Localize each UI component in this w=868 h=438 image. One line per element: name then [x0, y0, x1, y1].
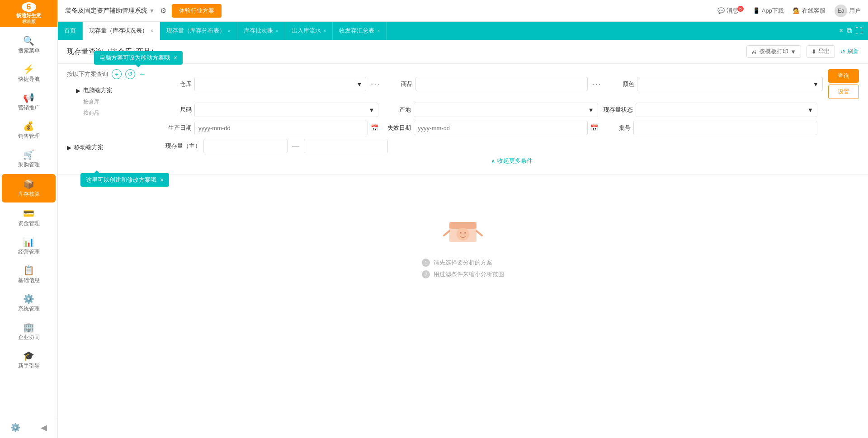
filter-field-size: 尺码 ▼ — [165, 103, 378, 117]
sidebar-item-sales[interactable]: 💰 销售管理 — [0, 116, 57, 145]
sidebar-item-marketing[interactable]: 📢 营销推广 — [0, 88, 57, 116]
refresh-button[interactable]: ↺ 刷新 — [840, 47, 859, 56]
back-button[interactable]: ← — [139, 70, 146, 78]
search-button[interactable]: 查询 — [828, 69, 859, 83]
filter-row-2: 尺码 ▼ 产地 ▼ — [165, 103, 859, 117]
product-select[interactable] — [415, 77, 587, 91]
scheme-mobile-label: 移动端方案 — [74, 143, 104, 151]
empty-state: 1 请先选择要分析的方案 2 用过滤条件来缩小分析范围 — [422, 206, 504, 278]
tooltip-create-scheme-close[interactable]: × — [160, 176, 164, 184]
sidebar-item-search-menu[interactable]: 🔍 搜索菜单 — [0, 31, 57, 59]
user-group[interactable]: Ea 用户 — [835, 5, 861, 17]
message-icon-group[interactable]: 💬 消息 6 — [717, 7, 744, 15]
warehouse-select[interactable]: ▼ — [194, 77, 366, 91]
scheme-item-desktop[interactable]: ▶ 电脑端方案 — [76, 85, 157, 96]
batch-no-input[interactable] — [633, 121, 817, 135]
print-dropdown-icon: ▼ — [790, 48, 796, 55]
product-dots[interactable]: ··· — [592, 80, 602, 89]
sidebar-item-guide[interactable]: 🎓 新手引导 — [0, 346, 57, 374]
print-icon: 🖨 — [751, 48, 757, 55]
tab-home[interactable]: 首页 — [58, 22, 83, 40]
sidebar-item-basic-info[interactable]: 📋 基础信息 — [0, 260, 57, 289]
tab-inventory-distribution[interactable]: 现存量（库存分布表） × — [160, 22, 237, 40]
warehouse-dots[interactable]: ··· — [371, 80, 380, 89]
origin-select[interactable]: ▼ — [414, 103, 598, 117]
tab-collect-send-close[interactable]: × — [377, 28, 380, 33]
app-download-icon: 📱 — [753, 7, 760, 14]
warehouse-dropdown-icon: ▼ — [356, 81, 362, 88]
purchase-icon: 🛒 — [23, 149, 34, 160]
tab-batch-ledger-close[interactable]: × — [276, 28, 278, 33]
tooltip-create-scheme-text: 这里可以创建和修改方案哦 — [86, 176, 156, 184]
add-scheme-button[interactable]: + — [112, 69, 122, 79]
collapse-sidebar-icon[interactable]: ◀ — [41, 423, 47, 433]
sidebar-item-enterprise[interactable]: 🏢 企业协同 — [0, 317, 57, 346]
product-label: 商品 — [386, 80, 413, 88]
tab-collect-send[interactable]: 收发存汇总表 × — [333, 22, 387, 40]
filter-header: 按以下方案查询 + ↺ ← — [67, 69, 157, 79]
settings-bottom-icon[interactable]: ⚙️ — [10, 423, 20, 433]
page-content: 现存量查询（按仓库+商品） 🖨 按模板打印 ▼ ⬇ 导出 ↺ 刷新 — [58, 40, 868, 438]
filter-section: 按以下方案查询 + ↺ ← 电脑方案可设为移动方案哦 × ▶ 电脑端方案 — [58, 64, 868, 174]
hint-num-1: 1 — [422, 259, 430, 267]
warehouse-label: 仓库 — [165, 80, 192, 88]
sidebar-item-finance[interactable]: 💳 资金管理 — [0, 203, 57, 232]
calendar-icon-production[interactable]: 📅 — [371, 124, 378, 132]
reset-button[interactable]: 设置 — [828, 85, 859, 99]
filter-field-stock-status: 现存量状态 ▼ — [604, 103, 817, 117]
refresh-scheme-button[interactable]: ↺ — [125, 69, 135, 79]
current-stock-to[interactable] — [304, 139, 388, 153]
size-select[interactable]: ▼ — [194, 103, 378, 117]
app-download-group[interactable]: 📱 App下载 — [753, 7, 784, 15]
sidebar-item-operations[interactable]: 📊 经营管理 — [0, 232, 57, 260]
tab-bar: 首页 现存量（库存状况表） × 现存量（库存分布表） × 库存批次账 × 出入库… — [58, 22, 868, 40]
scheme-item-mobile[interactable]: ▶ 移动端方案 — [67, 141, 157, 153]
production-date-input[interactable] — [194, 121, 368, 135]
tab-inventory-distribution-close[interactable]: × — [228, 28, 231, 33]
tab-maximize-icon[interactable]: ⛶ — [855, 27, 863, 35]
sidebar-item-purchase[interactable]: 🛒 采购管理 — [0, 145, 57, 173]
user-avatar: Ea — [835, 5, 847, 17]
empty-hints: 1 请先选择要分析的方案 2 用过滤条件来缩小分析范围 — [422, 259, 504, 278]
support-group[interactable]: 💁 在线客服 — [793, 7, 826, 15]
scheme-desktop-label: 电脑端方案 — [83, 86, 113, 94]
scheme-item-by-warehouse[interactable]: 按倉库 — [83, 96, 157, 108]
tab-inventory-status[interactable]: 现存量（库存状况表） × — [83, 22, 160, 40]
tooltip-scheme-mobile-close[interactable]: × — [174, 54, 177, 61]
tab-batch-ledger[interactable]: 库存批次账 × — [237, 22, 285, 40]
current-stock-from[interactable] — [203, 139, 288, 153]
quick-nav-icon: ⚡ — [23, 64, 34, 75]
empty-hint-1: 1 请先选择要分析的方案 — [422, 259, 504, 267]
tab-in-out-flow-close[interactable]: × — [324, 28, 326, 33]
print-template-button[interactable]: 🖨 按模板打印 ▼ — [746, 45, 801, 58]
tab-inventory-status-close[interactable]: × — [151, 28, 153, 33]
color-dropdown-icon: ▼ — [813, 81, 819, 88]
data-area: 1 请先选择要分析的方案 2 用过滤条件来缩小分析范围 — [58, 174, 868, 310]
export-button[interactable]: ⬇ 导出 — [807, 45, 835, 58]
header-settings-icon[interactable]: ⚙ — [160, 6, 166, 15]
operations-icon: 📊 — [23, 236, 34, 247]
svg-line-5 — [444, 231, 449, 235]
sidebar-item-inventory[interactable]: 📦 库存核算 — [2, 174, 56, 203]
tab-close-all-icon[interactable]: × — [839, 27, 843, 35]
logo-sub: 标准版 — [22, 19, 36, 25]
stock-status-select[interactable]: ▼ — [636, 103, 817, 117]
system-name-dropdown[interactable]: 装备及固定资产辅助管理系统 ▼ — [65, 7, 155, 15]
hint-text-2: 用过滤条件来缩小分析范围 — [434, 270, 504, 278]
tab-bar-actions: × ⧉ ⛶ — [839, 27, 868, 35]
expiry-date-input[interactable] — [414, 121, 587, 135]
sidebar-bottom: ⚙️ ◀ — [0, 417, 57, 438]
calendar-icon-expiry[interactable]: 📅 — [590, 124, 598, 132]
enterprise-icon: 🏢 — [23, 322, 34, 333]
trial-button[interactable]: 体验行业方案 — [172, 4, 222, 18]
color-select[interactable]: ▼ — [637, 77, 823, 91]
filter-field-product: 商品 ··· — [386, 77, 601, 91]
filter-field-batch-no: 批号 — [604, 121, 817, 135]
sidebar-item-system[interactable]: ⚙️ 系统管理 — [0, 289, 57, 317]
tab-in-out-flow[interactable]: 出入库流水 × — [285, 22, 333, 40]
system-name: 装备及固定资产辅助管理系统 — [65, 7, 147, 15]
sidebar-item-quick-nav[interactable]: ⚡ 快捷导航 — [0, 59, 57, 88]
scheme-item-by-product[interactable]: 按商品 — [83, 108, 157, 119]
tab-restore-icon[interactable]: ⧉ — [847, 27, 852, 35]
collapse-more-conditions[interactable]: ∧ 收起更多条件 — [165, 153, 859, 169]
